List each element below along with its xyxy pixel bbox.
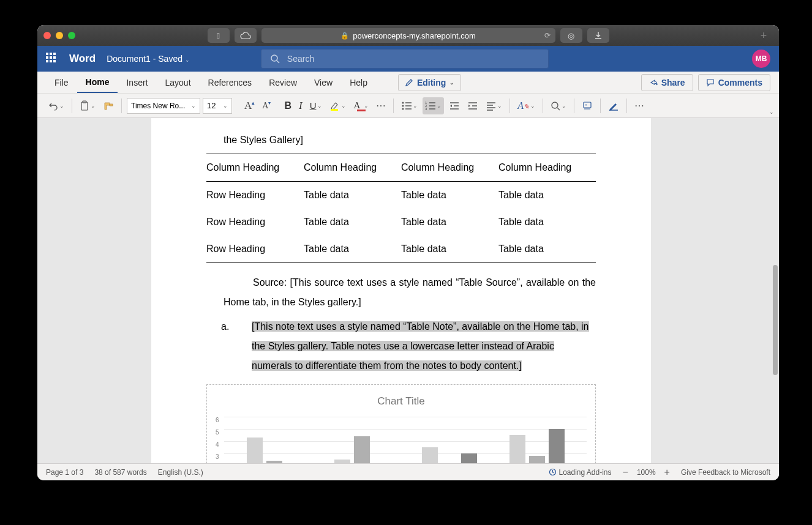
- italic-button[interactable]: I: [296, 97, 305, 114]
- find-button[interactable]: ⌄: [548, 97, 569, 114]
- more-toolbar-button[interactable]: ⋯: [632, 97, 647, 114]
- tab-home[interactable]: Home: [77, 72, 118, 93]
- svg-line-1: [277, 61, 279, 63]
- window-controls: [43, 32, 75, 39]
- url-bar[interactable]: 🔒 powerconcepts-my.sharepoint.com ⟳: [261, 28, 555, 43]
- user-avatar[interactable]: MB: [752, 50, 770, 68]
- styles-button[interactable]: A✎⌄: [515, 97, 538, 114]
- search-input[interactable]: Search: [261, 49, 549, 69]
- tab-file[interactable]: File: [46, 72, 77, 93]
- note-label: a.: [206, 317, 252, 376]
- feedback-link[interactable]: Give Feedback to Microsoft: [681, 468, 770, 477]
- svg-point-5: [402, 102, 404, 103]
- reader-button[interactable]: ◎: [560, 28, 582, 43]
- tab-layout[interactable]: Layout: [156, 72, 199, 93]
- svg-point-0: [271, 55, 277, 61]
- body-text: the Styles Gallery]: [224, 118, 596, 150]
- underline-button[interactable]: U⌄: [307, 97, 325, 114]
- undo-button[interactable]: ⌄: [46, 97, 67, 114]
- share-button[interactable]: Share: [641, 74, 693, 91]
- collapse-ribbon-button[interactable]: ⌄: [769, 109, 774, 115]
- comment-icon: [706, 78, 715, 87]
- tab-insert[interactable]: Insert: [118, 72, 156, 93]
- maximize-window-button[interactable]: [68, 32, 75, 39]
- document-workspace[interactable]: the Styles Gallery] Column Heading Colum…: [37, 118, 779, 463]
- chart-plot-area: 23456: [224, 417, 587, 463]
- dictate-button[interactable]: [579, 97, 595, 114]
- font-color-button[interactable]: A⌄: [351, 97, 371, 114]
- data-table: Column Heading Column Heading Column Hea…: [206, 154, 596, 263]
- svg-rect-29: [584, 102, 591, 108]
- word-header: Word Document1 - Saved ⌄ Search MB: [37, 46, 779, 72]
- icloud-button[interactable]: [235, 28, 257, 43]
- bullets-button[interactable]: ⌄: [399, 97, 420, 114]
- downloads-button[interactable]: [587, 28, 609, 43]
- table-note: a. [This note text uses a style named “T…: [206, 317, 596, 376]
- table-row: Row HeadingTable dataTable dataTable dat…: [206, 182, 596, 209]
- table-row: Row HeadingTable dataTable dataTable dat…: [206, 236, 596, 263]
- grow-font-button[interactable]: A▴: [242, 97, 257, 114]
- table-header: Column Heading: [206, 154, 304, 182]
- decrease-indent-button[interactable]: [446, 97, 462, 114]
- svg-point-7: [402, 105, 404, 106]
- font-size-select[interactable]: 12⌄: [203, 98, 232, 114]
- highlight-button[interactable]: ⌄: [327, 97, 348, 114]
- home-toolbar: ⌄ ⌄ Times New Ro...⌄ 12⌄ A▴ A▾ B I U⌄ ⌄ …: [37, 94, 779, 118]
- more-font-button[interactable]: ⋯: [374, 97, 388, 114]
- new-tab-button[interactable]: +: [754, 28, 773, 43]
- word-count[interactable]: 38 of 587 words: [94, 468, 146, 477]
- pencil-icon: [405, 78, 413, 87]
- paste-button[interactable]: ⌄: [77, 97, 98, 114]
- scrollbar-thumb[interactable]: [773, 265, 778, 375]
- lock-icon: 🔒: [340, 32, 349, 40]
- comments-button[interactable]: Comments: [698, 74, 770, 91]
- format-painter-button[interactable]: [100, 97, 116, 114]
- editing-mode-button[interactable]: Editing ⌄: [398, 74, 461, 91]
- numbering-button[interactable]: 123⌄: [423, 97, 444, 114]
- zoom-level[interactable]: 100%: [637, 468, 656, 477]
- editor-button[interactable]: [606, 97, 622, 114]
- table-row: Row HeadingTable dataTable dataTable dat…: [206, 209, 596, 236]
- tab-review[interactable]: Review: [260, 72, 306, 93]
- page-indicator[interactable]: Page 1 of 3: [46, 468, 83, 477]
- zoom-controls: − 100% +: [623, 467, 670, 478]
- note-text: [This note text uses a style named “Tabl…: [252, 317, 596, 376]
- tab-view[interactable]: View: [306, 72, 341, 93]
- refresh-icon[interactable]: ⟳: [544, 31, 551, 40]
- font-family-select[interactable]: Times New Ro...⌄: [127, 98, 200, 114]
- zoom-in-button[interactable]: +: [664, 467, 670, 478]
- document-name[interactable]: Document1: [107, 54, 151, 64]
- search-icon: [270, 54, 280, 64]
- tab-references[interactable]: References: [200, 72, 261, 93]
- table-source-text: Source: [This source text uses a style n…: [206, 273, 596, 312]
- table-header: Column Heading: [304, 154, 401, 182]
- zoom-out-button[interactable]: −: [623, 467, 628, 478]
- status-bar: Page 1 of 3 38 of 587 words English (U.S…: [37, 463, 779, 480]
- tab-help[interactable]: Help: [341, 72, 376, 93]
- app-launcher-button[interactable]: [46, 53, 58, 65]
- shrink-font-button[interactable]: A▾: [260, 97, 273, 114]
- save-status[interactable]: - Saved ⌄: [153, 54, 190, 64]
- svg-point-9: [402, 108, 404, 110]
- svg-point-30: [585, 104, 587, 105]
- align-button[interactable]: ⌄: [483, 97, 505, 114]
- url-text: powerconcepts-my.sharepoint.com: [353, 31, 476, 40]
- close-window-button[interactable]: [43, 32, 51, 39]
- app-window: 􀎠 🔒 powerconcepts-my.sharepoint.com ⟳ ◎ …: [37, 25, 779, 480]
- chart-title: Chart Title: [216, 391, 587, 412]
- app-name[interactable]: Word: [69, 53, 96, 65]
- bold-button[interactable]: B: [282, 97, 294, 114]
- ribbon-tabs: File Home Insert Layout References Revie…: [37, 72, 779, 94]
- language-indicator[interactable]: English (U.S.): [158, 468, 203, 477]
- table-header: Column Heading: [401, 154, 498, 182]
- privacy-report-button[interactable]: 􀎠: [208, 28, 230, 43]
- minimize-window-button[interactable]: [56, 32, 63, 39]
- document-page[interactable]: the Styles Gallery] Column Heading Colum…: [151, 118, 651, 463]
- increase-indent-button[interactable]: [465, 97, 481, 114]
- chart-object[interactable]: Chart Title 23456: [206, 384, 596, 463]
- svg-rect-2: [81, 102, 88, 110]
- browser-titlebar: 􀎠 🔒 powerconcepts-my.sharepoint.com ⟳ ◎ …: [37, 25, 779, 46]
- addins-status[interactable]: Loading Add-ins: [549, 468, 611, 477]
- svg-point-27: [552, 102, 558, 108]
- table-header: Column Heading: [498, 154, 596, 182]
